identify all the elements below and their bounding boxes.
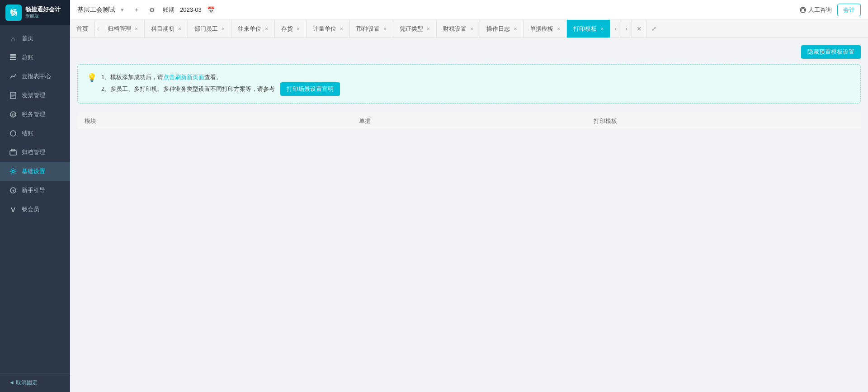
home-icon: ⌂ — [9, 34, 17, 43]
notice-box: 💡 1、模板添加成功后，请点击刷新新页面查看。 2、多员工、多打印机、多种业务类… — [77, 64, 861, 104]
support-button[interactable]: 人工咨询 — [799, 6, 832, 14]
tab-close-inventory[interactable]: × — [297, 26, 300, 32]
svg-rect-2 — [10, 59, 16, 60]
tab-unit[interactable]: 计量单位 × — [307, 20, 350, 38]
calendar-icon[interactable]: 📅 — [207, 6, 215, 14]
sidebar-item-ledger[interactable]: 总账 — [0, 48, 70, 67]
content-area: 隐藏预置模板设置 💡 1、模板添加成功后，请点击刷新新页面查看。 2、多员工、多… — [70, 38, 868, 392]
tab-expand[interactable]: ⤢ — [646, 20, 661, 38]
add-tab-icon[interactable]: ＋ — [131, 5, 142, 15]
sidebar-item-tax-label: 税务管理 — [22, 110, 45, 118]
sidebar-item-reports-label: 云报表中心 — [22, 72, 51, 80]
tab-archive[interactable]: 归档管理 × — [101, 20, 145, 38]
tab-partner[interactable]: 往来单位 × — [231, 20, 275, 38]
print-scene-button[interactable]: 打印场景设置宣明 — [280, 82, 340, 96]
sidebar-item-archive-label: 归档管理 — [22, 148, 45, 156]
archive-icon — [9, 148, 17, 156]
tab-nav-prev[interactable]: ‹ — [610, 20, 621, 38]
sidebar-nav: ⌂ 首页 总账 云报表中心 发票管理 — [0, 25, 70, 373]
period-label: 账期 — [163, 6, 175, 14]
support-label: 人工咨询 — [808, 6, 832, 14]
tab-close-unit[interactable]: × — [340, 26, 343, 32]
svg-rect-11 — [11, 149, 15, 151]
tab-close-print-template[interactable]: × — [600, 26, 604, 32]
period-value: 2023-03 — [180, 6, 202, 13]
refresh-link[interactable]: 点击刷新新页面 — [163, 74, 204, 80]
tab-close-partner[interactable]: × — [265, 26, 268, 32]
tab-home[interactable]: 首页 — [70, 20, 95, 38]
tab-tax-settings[interactable]: 财税设置 × — [437, 20, 480, 38]
col-print-template: 打印模板 — [586, 113, 861, 130]
top-bar: 基层工会测试 ▾ ＋ ⚙ 账期 2023-03 📅 人工咨询 会计 — [70, 0, 868, 20]
tab-subject[interactable]: 科目期初 × — [145, 20, 188, 38]
tab-close-operation-log[interactable]: × — [514, 26, 517, 32]
tab-close-subject[interactable]: × — [178, 26, 181, 32]
tab-close-voucher-type[interactable]: × — [427, 26, 430, 32]
top-bar-right: 人工咨询 会计 — [799, 4, 861, 16]
tab-currency[interactable]: 币种设置 × — [350, 20, 393, 38]
ledger-icon — [9, 53, 17, 61]
sidebar-item-settings-label: 基础设置 — [22, 167, 45, 175]
tab-print-template[interactable]: 打印模板 × — [567, 20, 610, 38]
svg-point-9 — [10, 131, 16, 136]
tab-voucher-type[interactable]: 凭证类型 × — [393, 20, 437, 38]
settings-cog-icon[interactable]: ⚙ — [146, 5, 157, 15]
logo-subtitle: 旗舰版 — [25, 13, 61, 19]
svg-point-12 — [12, 170, 14, 173]
svg-rect-17 — [804, 10, 805, 11]
sidebar-footer-label: ◄ 取消固定 — [9, 379, 38, 387]
data-table: 模块 单据 打印模板 — [77, 113, 861, 130]
settings-icon — [9, 167, 17, 175]
tax-icon: 税 — [9, 110, 17, 118]
svg-text:+: + — [12, 189, 14, 193]
tab-close-currency[interactable]: × — [383, 26, 387, 32]
sidebar-item-reports[interactable]: 云报表中心 — [0, 67, 70, 86]
tab-close-tax-settings[interactable]: × — [470, 26, 473, 32]
checkout-icon — [9, 129, 17, 137]
svg-text:税: 税 — [12, 113, 15, 117]
sidebar-item-home-label: 首页 — [22, 34, 33, 43]
tab-single-form[interactable]: 单据模板 × — [524, 20, 567, 38]
notice-line-1: 1、模板添加成功后，请点击刷新新页面查看。 — [101, 72, 851, 82]
bulb-icon: 💡 — [87, 73, 97, 83]
invoice-icon — [9, 91, 17, 99]
headset-icon — [799, 6, 807, 14]
sidebar: 畅 畅捷通好会计 旗舰版 ⌂ 首页 总账 云报表中心 — [0, 0, 70, 392]
sidebar-item-home[interactable]: ⌂ 首页 — [0, 29, 70, 48]
sidebar-item-checkout[interactable]: 结账 — [0, 124, 70, 143]
logo-title: 畅捷通好会计 — [25, 6, 61, 13]
sidebar-footer[interactable]: ◄ 取消固定 — [0, 373, 70, 392]
tab-bar: 首页 ‹ 归档管理 × 科目期初 × 部门员工 × 往来单位 × 存货 × — [70, 20, 868, 38]
member-icon: V — [9, 205, 17, 213]
tab-department[interactable]: 部门员工 × — [188, 20, 231, 38]
company-name: 基层工会测试 — [77, 6, 115, 14]
company-dropdown[interactable]: ▾ — [121, 6, 124, 13]
tab-inventory[interactable]: 存货 × — [275, 20, 307, 38]
guide-icon: + — [9, 186, 17, 194]
sidebar-item-archive[interactable]: 归档管理 — [0, 143, 70, 162]
tab-close-archive[interactable]: × — [135, 26, 138, 32]
tab-close-department[interactable]: × — [222, 26, 225, 32]
kuaiji-button[interactable]: 会计 — [837, 4, 861, 16]
tab-close-single-form[interactable]: × — [557, 26, 560, 32]
svg-rect-1 — [10, 57, 16, 58]
sidebar-item-member[interactable]: V 畅会员 — [0, 200, 70, 219]
sidebar-item-invoice[interactable]: 发票管理 — [0, 86, 70, 105]
notice-line-2: 2、多员工、多打印机、多种业务类型设置不同打印方案等，请参考 打印场景设置宣明 — [101, 82, 851, 96]
sidebar-item-guide-label: 新手引导 — [22, 186, 45, 194]
sidebar-logo: 畅 畅捷通好会计 旗舰版 — [0, 0, 70, 25]
tab-operation-log[interactable]: 操作日志 × — [480, 20, 524, 38]
reports-icon — [9, 72, 17, 80]
col-document: 单据 — [352, 113, 587, 130]
sidebar-item-member-label: 畅会员 — [22, 205, 39, 213]
sidebar-item-tax[interactable]: 税 税务管理 — [0, 105, 70, 124]
sidebar-item-ledger-label: 总账 — [22, 53, 33, 61]
sidebar-item-invoice-label: 发票管理 — [22, 91, 45, 99]
sidebar-item-guide[interactable]: + 新手引导 — [0, 181, 70, 200]
col-module: 模块 — [77, 113, 352, 130]
hide-preview-button[interactable]: 隐藏预置模板设置 — [801, 45, 861, 59]
sidebar-item-settings[interactable]: 基础设置 — [0, 162, 70, 181]
tab-nav-next[interactable]: › — [621, 20, 632, 38]
sidebar-item-checkout-label: 结账 — [22, 129, 33, 137]
tab-close-all[interactable]: × — [632, 20, 646, 38]
